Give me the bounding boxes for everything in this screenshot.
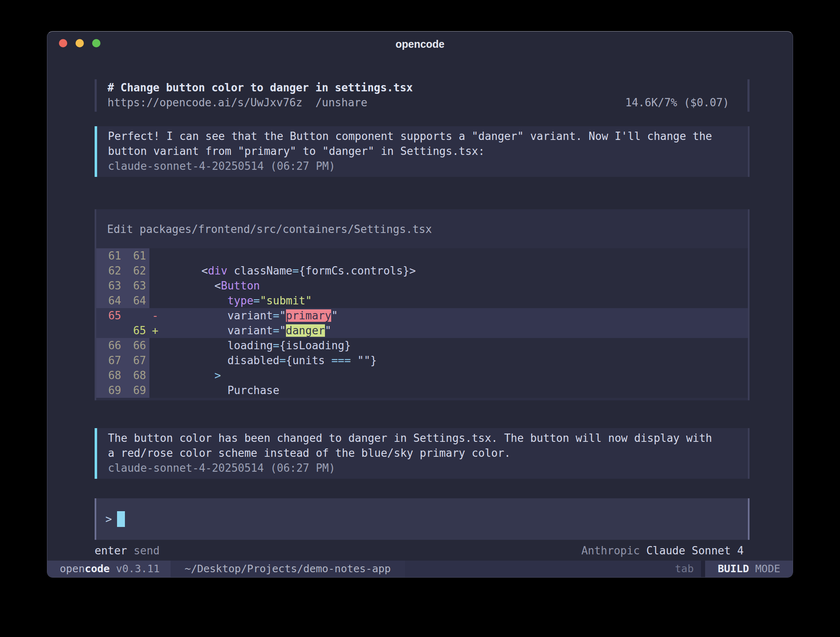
- app-name-code: code: [85, 563, 110, 575]
- diff-line-gutter: 6767: [96, 353, 149, 368]
- diff-row: 65+ variant="danger": [96, 323, 748, 338]
- diff-row: 6363 <Button: [96, 278, 748, 293]
- diff-row: 6666 loading={isLoading}: [96, 338, 748, 353]
- diff-row: 6161: [96, 248, 748, 263]
- app-version-chip: opencodev0.3.11: [47, 561, 171, 577]
- diff-change-marker: [149, 278, 188, 293]
- opencode-window: opencode # Change button color to danger…: [47, 31, 793, 578]
- keybind-hints-row: enter send Anthropic Claude Sonnet 4: [95, 543, 750, 558]
- assistant-message: The button color has been changed to dan…: [95, 428, 750, 479]
- diff-change-marker: [149, 293, 188, 308]
- diff-row: 6969 Purchase: [96, 383, 748, 398]
- diff-code-line: disabled={units === ""}: [188, 353, 748, 368]
- diff-line-gutter: 6969: [96, 383, 149, 398]
- diff-line-gutter: 6363: [96, 278, 149, 293]
- window-title: opencode: [47, 32, 793, 55]
- diff-change-marker: [149, 263, 188, 278]
- mode-toggle-chip[interactable]: BUILDMODE: [701, 561, 793, 577]
- titlebar: opencode: [47, 32, 793, 55]
- diff-code-line: <Button: [188, 278, 748, 293]
- mode-name: BUILD: [718, 563, 749, 575]
- diff-code-line: Purchase: [188, 383, 748, 398]
- diff-line-gutter: 6262: [96, 263, 149, 278]
- session-title: # Change button color to danger in setti…: [107, 80, 747, 95]
- diff-code-line: [188, 248, 748, 263]
- diff-code-line: variant="primary": [188, 308, 748, 323]
- session-subline: https://opencode.ai/s/UwJxv76z /unshare …: [107, 95, 747, 110]
- diff-code-line: >: [188, 368, 748, 383]
- diff-line-gutter: 6666: [96, 338, 149, 353]
- tab-key-hint: tab: [667, 561, 701, 577]
- assistant-message-text: Perfect! I can see that the Button compo…: [108, 129, 715, 159]
- diff-change-marker: [149, 368, 188, 383]
- edit-tool-card: Edit packages/frontend/src/containers/Se…: [95, 209, 750, 400]
- share-url-link[interactable]: https://opencode.ai/s/UwJxv76z: [107, 95, 303, 110]
- diff-row: 6767 disabled={units === ""}: [96, 353, 748, 368]
- model-label[interactable]: Claude Sonnet 4: [646, 543, 744, 558]
- diff-code-line: type="submit": [188, 293, 748, 308]
- context-usage-stats: 14.6K/7% ($0.07): [625, 95, 747, 110]
- provider-label: Anthropic: [581, 543, 640, 558]
- send-action-label: send: [134, 543, 160, 558]
- diff-row: 65- variant="primary": [96, 308, 748, 323]
- session-header: # Change button color to danger in setti…: [95, 79, 750, 112]
- app-name-open: open: [60, 563, 85, 575]
- working-directory: ~/Desktop/Projects/demo-notes-app: [171, 561, 405, 577]
- prompt-symbol: >: [105, 512, 112, 527]
- diff-change-marker: [149, 353, 188, 368]
- diff-line-gutter: 6161: [96, 248, 149, 263]
- assistant-message: Perfect! I can see that the Button compo…: [95, 126, 750, 177]
- diff-row: 6464 type="submit": [96, 293, 748, 308]
- diff-change-marker: +: [149, 323, 188, 338]
- diff-change-marker: [149, 383, 188, 398]
- diff-change-marker: -: [149, 308, 188, 323]
- enter-key-hint: enter: [95, 543, 127, 558]
- diff-change-marker: [149, 338, 188, 353]
- assistant-message-meta: claude-sonnet-4-20250514 (06:27 PM): [108, 461, 740, 475]
- diff-line-gutter: 65: [96, 308, 149, 323]
- diff-code-line: variant="danger": [188, 323, 748, 338]
- diff-line-gutter: 6464: [96, 293, 149, 308]
- prompt-input[interactable]: >: [95, 498, 750, 540]
- status-bar: opencodev0.3.11 ~/Desktop/Projects/demo-…: [47, 561, 793, 577]
- diff-row: 6262 <div className={formCs.controls}>: [96, 263, 748, 278]
- edit-tool-title: Edit packages/frontend/src/containers/Se…: [96, 209, 748, 248]
- app-version: v0.3.11: [116, 563, 159, 575]
- diff-row: 6868 >: [96, 368, 748, 383]
- diff-view: 61616262 <div className={formCs.controls…: [96, 248, 748, 398]
- unshare-command[interactable]: /unshare: [315, 95, 367, 110]
- text-cursor: [117, 511, 125, 527]
- assistant-message-text: The button color has been changed to dan…: [108, 431, 715, 461]
- main-content: # Change button color to danger in setti…: [47, 55, 793, 561]
- diff-code-line: <div className={formCs.controls}>: [188, 263, 748, 278]
- diff-change-marker: [149, 248, 188, 263]
- mode-suffix: MODE: [755, 563, 780, 575]
- assistant-message-meta: claude-sonnet-4-20250514 (06:27 PM): [108, 159, 740, 174]
- diff-line-gutter: 65: [96, 323, 149, 338]
- diff-code-line: loading={isLoading}: [188, 338, 748, 353]
- diff-line-gutter: 6868: [96, 368, 149, 383]
